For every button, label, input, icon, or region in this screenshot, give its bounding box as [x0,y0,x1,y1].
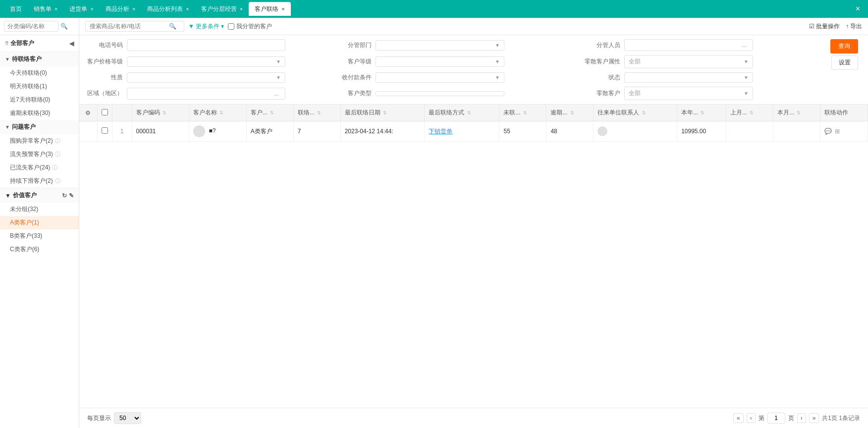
nature-select[interactable]: ▼ [127,72,285,83]
page-size-area: 每页显示 50 100 200 [87,412,141,424]
sidebar-item-tomorrow[interactable]: 明天待联络(1) [0,80,79,93]
sidebar-item-abnormal[interactable]: 囤购异常客户(2) ⓘ [0,134,79,148]
sidebar-item-today[interactable]: 今天待联络(0) [0,66,79,80]
dept-select[interactable]: ▼ [376,40,504,51]
sidebar-item-7days[interactable]: 近7天待联络(0) [0,93,79,107]
prev-page-btn[interactable]: ‹ [747,413,756,423]
col-last-month[interactable]: 上月... ⇅ [726,105,773,121]
region-select[interactable]: ... [127,88,285,100]
col-overdue[interactable]: 逾期... ⇅ [546,105,594,121]
close-tab-5[interactable]: × [281,6,284,12]
export-btn[interactable]: ↑ 导出 [846,22,862,31]
sidebar-item-declining[interactable]: 持续下滑客户(2) ⓘ [0,174,79,188]
person-dots[interactable]: ... [740,42,749,49]
sidebar-group-value[interactable]: ▼ 价值客户 ↻ ✎ [0,188,79,203]
col-this-year[interactable]: 本年... ⇅ [677,105,726,121]
sidebar-item-c-class[interactable]: C类客户(6) [0,243,79,256]
level-label: 客户等级 [336,57,376,66]
my-customers-check[interactable] [228,23,234,30]
main-layout: 🔍 ⠿ 全部客户 ◀ ▼ 待联络客户 今天待联络(0) 明天待联络(1) 近7天… [0,18,868,428]
close-tab-1[interactable]: × [90,6,93,12]
refresh-icon[interactable]: ↻ [62,192,67,199]
row-contact: 7 [293,121,340,142]
sidebar-search-icon[interactable]: 🔍 [60,23,68,30]
nav-tab-3[interactable]: 商品分析列表 × [141,2,195,16]
sort-date-icon: ⇅ [383,110,387,115]
nav-home[interactable]: 首页 [4,2,28,16]
col-contact[interactable]: 联络... ⇅ [293,105,340,121]
page-total: 共1页 1条记录 [822,414,860,423]
nav-tab-1[interactable]: 进货单 × [63,2,99,16]
query-button[interactable]: 查询 [830,39,858,54]
info-icon-1: ⓘ [55,151,60,158]
first-page-btn[interactable]: « [733,413,744,423]
sidebar-item-churned[interactable]: 已流失客户(24) ⓘ [0,161,79,174]
search-input[interactable] [90,23,169,30]
col-unit-contact[interactable]: 往来单位联系人 ⇅ [594,105,677,121]
sidebar-item-ungroup[interactable]: 未分组(32) [0,203,79,216]
more-filters-btn[interactable]: ▼ 更多条件 ▾ [188,22,224,31]
nav-tab-4[interactable]: 客户分层经营 × [195,2,249,16]
person-select[interactable]: ... [624,39,753,51]
customer-type-select[interactable] [376,91,504,96]
row-checkbox[interactable] [102,127,108,134]
col-last-method[interactable]: 最后联络方式 ⇅ [425,105,499,121]
price-level-select[interactable]: ▼ [127,56,285,67]
row-last-method[interactable]: 下销货单 [425,121,499,142]
sort-this-month-icon: ⇅ [797,110,801,115]
sidebar-search-input[interactable] [4,21,58,32]
batch-op-btn[interactable]: ☑ 批量操作 [809,22,840,31]
row-action: 💬 ⊞ [820,121,868,142]
zero-customer-select[interactable]: 全部 ▼ [624,87,753,100]
chat-action-icon[interactable]: 💬 [824,128,832,135]
col-select-all[interactable] [97,105,112,121]
my-customers-checkbox[interactable]: 我分管的客户 [228,22,272,31]
sidebar-group-pending[interactable]: ▼ 待联络客户 [0,52,79,66]
window-close[interactable]: × [852,4,864,13]
nav-tab-2[interactable]: 商品分析 × [100,2,141,16]
nav-tab-5[interactable]: 客户联络 × [249,2,290,16]
sidebar-item-a-class[interactable]: A类客户(1) [0,216,79,229]
next-page-btn[interactable]: › [797,413,806,423]
level-select[interactable]: ▼ [376,56,504,67]
grid-action-icon[interactable]: ⊞ [835,128,840,135]
select-all-checkbox[interactable] [102,109,108,115]
filter-dept: 分管部门 ▼ [336,40,577,51]
close-tab-2[interactable]: × [132,6,135,12]
row-this-year: 10995.00 [677,121,726,142]
col-customer-type[interactable]: 客户... ⇅ [246,105,293,121]
last-page-btn[interactable]: » [809,413,819,423]
edit-icon[interactable]: ✎ [69,192,74,199]
close-tab-0[interactable]: × [54,6,57,12]
search-icon[interactable]: 🔍 [169,23,176,30]
row-unit-contact [594,121,677,142]
col-customer-name[interactable]: 客户名称 ⇅ [189,105,247,121]
sidebar-group-problem[interactable]: ▼ 问题客户 [0,120,79,134]
payment-select[interactable]: ▼ [376,72,504,83]
row-checkbox-cell[interactable] [97,121,112,142]
sidebar-collapse-icon[interactable]: ◀ [69,40,74,47]
zero-customer-label: 零散客户 [585,89,624,98]
sidebar-item-churn-warning[interactable]: 流失预警客户(3) ⓘ [0,148,79,161]
sort-method-icon: ⇅ [467,110,471,115]
sidebar-all-customers[interactable]: ⠿ 全部客户 ◀ [0,35,79,52]
zero-attr-select[interactable]: 全部 ▼ [624,55,753,68]
region-dots[interactable]: ... [272,90,281,97]
pagination: 每页显示 50 100 200 « ‹ 第 页 › » 共1页 1条记录 [79,408,868,428]
nav-tab-0[interactable]: 销售单 × [28,2,63,16]
page-size-select[interactable]: 50 100 200 [114,412,141,424]
col-uncontacted[interactable]: 未联... ⇅ [499,105,546,121]
phone-input[interactable] [127,39,285,51]
close-tab-4[interactable]: × [240,6,243,12]
status-select[interactable]: ▼ [624,72,753,83]
settings-button[interactable]: 设置 [831,55,858,70]
col-customer-code[interactable]: 客户编码 ⇅ [132,105,189,121]
col-num [112,105,132,121]
col-last-date[interactable]: 最后联络日期 ⇅ [340,105,425,121]
sidebar-item-b-class[interactable]: B类客户(33) [0,229,79,243]
close-tab-3[interactable]: × [186,6,189,12]
sidebar-item-overdue[interactable]: 逾期未联络(30) [0,107,79,120]
col-gear[interactable]: ⚙ [79,105,97,121]
page-num-input[interactable] [767,413,785,424]
col-this-month[interactable]: 本月... ⇅ [773,105,820,121]
